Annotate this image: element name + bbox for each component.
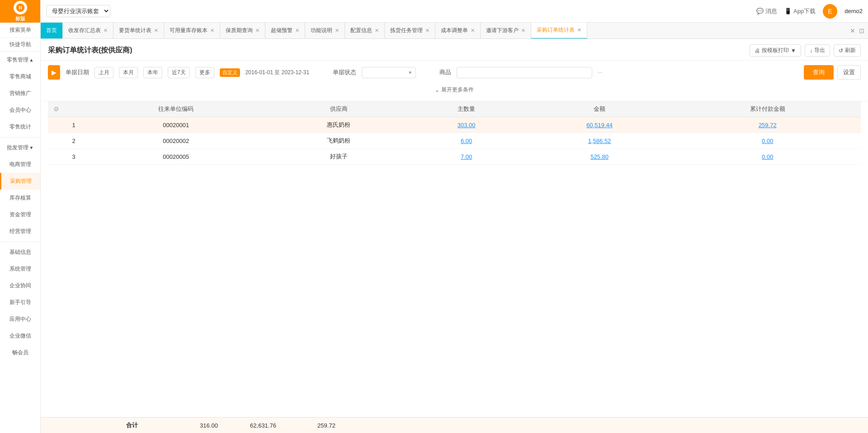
sidebar-item-app-center[interactable]: 应用中心 [0,311,40,328]
row2-qty[interactable]: 6.00 [408,133,525,149]
sidebar-item-new-guide[interactable]: 新手引导 [0,294,40,311]
footer-total-amount: 62,631.76 [236,422,290,429]
sidebar-item-finance-mgmt[interactable]: 资金管理 [0,206,40,223]
sidebar-item-ecom-mgmt[interactable]: 电商管理 [0,156,40,173]
tab-available-stock[interactable]: 可用量库存账本 ✕ [164,23,220,39]
date-btn-this-month[interactable]: 本月 [119,67,138,78]
row1-amount[interactable]: 60,519.44 [525,117,675,133]
refresh-icon: ↺ [839,48,843,54]
status-select[interactable] [362,67,416,78]
sidebar-item-retail-mgmt[interactable]: 零售管理 ▲ [0,52,40,68]
sidebar-item-sys-mgmt[interactable]: 系统管理 [0,261,40,277]
gear-icon[interactable]: ⚙ [53,105,59,113]
tab-cost-adjust-close[interactable]: ✕ [471,28,475,33]
row1-paid[interactable]: 259.72 [675,117,861,133]
sidebar-item-member[interactable]: 畅会员 [0,344,40,361]
tab-available-stock-close[interactable]: ✕ [210,28,214,33]
sidebar-item-search[interactable]: 搜索英单 [0,23,40,38]
sidebar-nav-label: 快捷导航 [0,41,40,48]
tab-demand-stats[interactable]: 要货单统计表 ✕ [113,23,164,39]
col-supplier-header: 供应商 [269,101,408,117]
filter-expand-btn[interactable]: ▶ [48,65,60,80]
row1-qty[interactable]: 303.00 [408,117,525,133]
tab-pick-task[interactable]: 拣货任务管理 ✕ [385,23,435,39]
row2-paid[interactable]: 0.00 [675,133,861,149]
sidebar-item-ops-mgmt[interactable]: 经营管理 [0,223,40,240]
sidebar-ops-label: 经营管理 [9,228,31,234]
refresh-btn[interactable]: ↺ 刷新 [834,44,861,57]
sidebar-item-enterprise-coop[interactable]: 企业协同 [0,277,40,294]
page-header: 采购订单统计表(按供应商) 🖨 按模板打印 ▼ ↓ 导出 ↺ 刷新 [41,39,868,61]
print-icon: 🖨 [755,48,760,54]
date-btn-last-month[interactable]: 上月 [94,67,113,78]
sidebar-item-retail-stats[interactable]: 零售统计 [0,119,40,135]
tab-config-info-close[interactable]: ✕ [375,28,379,33]
tab-purchase-stats[interactable]: 采购订单统计表 ✕ [531,23,587,39]
sidebar-item-marketing[interactable]: 营销推广 [0,85,40,102]
app-download-btn[interactable]: 📱 App下载 [784,7,816,15]
message-btn[interactable]: 💬 消息 [756,7,777,15]
chevron-down-icon: ⌄ [435,87,439,93]
tab-func-desc-close[interactable]: ✕ [335,28,339,33]
goods-more-btn[interactable]: ··· [598,69,602,76]
export-btn[interactable]: ↓ 导出 [805,44,830,57]
tab-purchase-stats-close[interactable]: ✕ [577,27,581,33]
tab-collect-issue-close[interactable]: ✕ [104,28,108,33]
sidebar-item-member-center[interactable]: 会员中心 [0,102,40,119]
sidebar: 标版 搜索英单 快捷导航 零售管理 ▲ 零售商城 营销推广 会员中心 零售统计 … [0,0,41,433]
row1-num: 1 [65,117,83,133]
tab-available-stock-label: 可用量库存账本 [170,27,208,34]
tab-home[interactable]: 首页 [41,23,63,39]
sidebar-item-wholesale-mgmt[interactable]: 批发管理 ▼ [0,139,40,156]
expand-more-section: ⌄ 展开更多条件 [48,83,861,96]
tab-close-all-icon[interactable]: ✕ [850,27,855,34]
sidebar-item-purchase-mgmt[interactable]: 采购管理 [0,173,40,190]
expand-more-btn[interactable]: ⌄ 展开更多条件 [435,86,474,94]
row3-paid[interactable]: 0.00 [675,149,861,165]
tab-expand-icon[interactable]: ⊡ [859,27,864,34]
footer-total-row: 合计 316.00 62,631.76 259.72 [48,421,861,429]
sidebar-new-guide-label: 新手引导 [9,299,31,305]
account-dropdown[interactable]: 母婴行业演示账套 [46,5,110,17]
date-filter-label: 单据日期 [66,68,89,76]
tab-invite-close[interactable]: ✕ [521,28,525,33]
app-download-label: App下载 [793,7,816,15]
sidebar-item-basic-info[interactable]: 基础信息 [0,244,40,261]
tab-cost-adjust[interactable]: 成本调整单 ✕ [435,23,481,39]
tab-config-info[interactable]: 配置信息 ✕ [345,23,385,39]
sidebar-search-label: 搜索英单 [0,26,40,34]
user-avatar[interactable]: E [823,4,837,19]
date-btn-more[interactable]: 更多 [195,67,214,78]
row3-supplier: 好孩子 [269,149,408,165]
row2-amount[interactable]: 1,586.52 [525,133,675,149]
tab-warranty-query[interactable]: 保质期查询 ✕ [220,23,265,39]
tab-collect-issue[interactable]: 收发存汇总表 ✕ [63,23,113,39]
row3-qty[interactable]: 7.00 [408,149,525,165]
col-num-header [65,101,83,117]
table-header-row: ⚙ 往来单位编码 供应商 主数量 金额 累计付款金额 [48,101,861,117]
goods-filter-label: 商品 [439,68,451,76]
tab-func-desc[interactable]: 功能说明 ✕ [305,23,345,39]
tab-pick-task-close[interactable]: ✕ [425,28,429,33]
tab-warranty-query-close[interactable]: ✕ [255,28,259,33]
tab-overstock-close[interactable]: ✕ [295,28,299,33]
tab-demand-stats-label: 要货单统计表 [119,27,151,34]
tab-invite-downstream[interactable]: 邀请下游客户 ✕ [481,23,531,39]
row2-num: 2 [65,133,83,149]
query-btn[interactable]: 查询 [804,65,834,80]
row3-amount[interactable]: 525.80 [525,149,675,165]
template-print-btn[interactable]: 🖨 按模板打印 ▼ [750,44,801,57]
tabbar: 首页 收发存汇总表 ✕ 要货单统计表 ✕ 可用量库存账本 ✕ 保质期查询 ✕ 超… [41,23,868,39]
sidebar-item-enterprise-wechat[interactable]: 企业微信 [0,328,40,344]
goods-search-input[interactable] [457,67,592,78]
sidebar-item-quick-nav[interactable]: 快捷导航 [0,38,40,52]
tab-demand-stats-close[interactable]: ✕ [154,28,158,33]
sidebar-item-stock-check[interactable]: 库存核算 [0,190,40,206]
tab-overstock-warning[interactable]: 超储预警 ✕ [265,23,305,39]
date-btn-7days[interactable]: 近7天 [168,67,190,78]
page-title: 采购订单统计表(按供应商) [48,46,132,55]
settings-btn[interactable]: 设置 [837,65,861,80]
sidebar-item-retail-store[interactable]: 零售商城 [0,68,40,85]
sidebar-sys-label: 系统管理 [9,266,31,272]
date-btn-this-year[interactable]: 本年 [143,67,162,78]
